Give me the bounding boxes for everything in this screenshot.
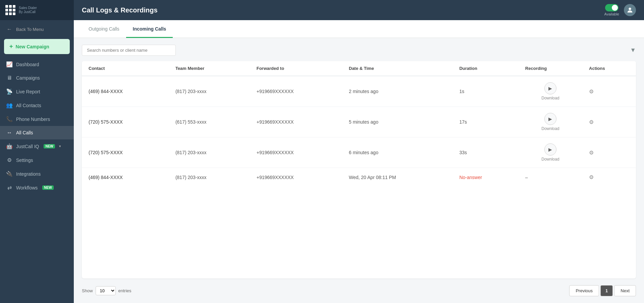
tab-incoming-calls[interactable]: Incoming Calls [126,20,173,38]
download-label: Download [541,157,559,162]
team-member: (617) 553-xxxx [169,107,250,137]
sidebar: Sales Dialer By JustCall ← Back To Menu … [0,0,74,303]
table-row: (469) 844-XXXX (817) 203-xxxx +919669XXX… [82,168,636,187]
show-entries: Show 10 25 50 100 entries [82,286,131,295]
date-time: Wed, 20 Apr 08:11 PM [342,168,452,187]
col-actions: Actions [582,61,636,76]
tab-outgoing-calls[interactable]: Outgoing Calls [82,20,126,38]
actions-gear-icon[interactable]: ⚙ [589,174,594,180]
download-button[interactable]: ▶ Download [525,113,576,131]
current-page: 1 [600,285,613,296]
availability-label: Available [604,12,619,16]
download-label: Download [541,96,559,100]
col-team-member: Team Member [169,61,250,76]
table-area: ▼ Contact Team Member Forwarded to Date … [74,38,644,303]
sidebar-back-to-menu[interactable]: ← Back To Menu [0,23,74,36]
user-avatar[interactable] [624,4,636,16]
forwarded-to: +919669XXXXXX [250,76,342,107]
topbar-right: Available [604,4,636,16]
forwarded-to: +919669XXXXXX [250,107,342,137]
col-forwarded-to: Forwarded to [250,61,342,76]
availability-toggle[interactable]: Available [604,4,619,16]
previous-button[interactable]: Previous [569,285,599,296]
tabs-bar: Outgoing Calls Incoming Calls [74,20,644,38]
content-area: Outgoing Calls Incoming Calls ▼ Contact … [74,20,644,303]
campaigns-icon: 🖥 [6,75,13,81]
sidebar-item-workflows[interactable]: ⇄ Workflows NEW [0,181,74,194]
contact-number: (469) 844-XXXX [89,89,123,94]
show-label: Show [82,288,93,293]
toggle-knob [612,5,618,11]
sidebar-item-campaigns[interactable]: 🖥 Campaigns [0,71,74,85]
table-row: (720) 575-XXXX (617) 553-xxxx +919669XXX… [82,107,636,137]
sidebar-item-phone-numbers[interactable]: 📞 Phone Numbers [0,112,74,126]
play-icon[interactable]: ▶ [544,82,556,94]
sidebar-item-all-contacts[interactable]: 👥 All Contacts [0,98,74,112]
all-calls-icon: ↔ [6,130,13,136]
dashboard-icon: 📈 [6,61,13,68]
duration-no-answer: No-answer [459,175,482,180]
col-recording: Recording [519,61,582,76]
date-time: 2 minutes ago [342,76,452,107]
sidebar-item-justcall-iq[interactable]: 🤖 JustCall IQ NEW ▾ [0,139,74,153]
workflows-icon: ⇄ [6,184,13,191]
sidebar-item-integrations[interactable]: 🔌 Integrations [0,167,74,181]
entries-select[interactable]: 10 25 50 100 [96,286,116,295]
contact-number: (720) 575-XXXX [89,150,123,155]
team-member: (817) 203-xxxx [169,168,250,187]
sidebar-item-live-report[interactable]: 📡 Live Report [0,85,74,98]
sidebar-item-dashboard[interactable]: 📈 Dashboard [0,57,74,71]
plus-icon: + [9,43,13,50]
sidebar-item-settings[interactable]: ⚙ Settings [0,153,74,167]
all-contacts-icon: 👥 [6,102,13,109]
col-duration: Duration [452,61,518,76]
toggle-switch[interactable] [605,4,619,11]
user-icon [626,6,634,14]
table-row: (469) 844-XXXX (817) 203-xxxx +919669XXX… [82,76,636,107]
back-icon: ← [6,26,13,32]
download-button[interactable]: ▶ Download [525,82,576,100]
duration: 1s [452,76,518,107]
download-label: Download [541,126,559,131]
pagination-row: Show 10 25 50 100 entries Previous 1 Nex… [82,284,636,298]
new-campaign-button[interactable]: + New Campaign [4,39,70,54]
col-date-time: Date & Time [342,61,452,76]
col-contact: Contact [82,61,169,76]
duration: 33s [452,137,518,168]
logo-grid [5,5,15,15]
actions-gear-icon[interactable]: ⚙ [589,150,594,156]
chevron-down-icon: ▾ [59,144,61,148]
forwarded-to: +919669XXXXXX [250,168,342,187]
play-icon[interactable]: ▶ [544,113,556,125]
sidebar-nav: ← Back To Menu + New Campaign 📈 Dashboar… [0,20,74,303]
download-button[interactable]: ▶ Download [525,143,576,162]
page-title: Call Logs & Recordings [82,6,158,14]
play-icon[interactable]: ▶ [544,143,556,156]
entries-label: entries [118,288,131,293]
next-button[interactable]: Next [614,285,636,296]
actions-gear-icon[interactable]: ⚙ [589,119,594,125]
search-row: ▼ [82,45,636,56]
duration: 17s [452,107,518,137]
recording-placeholder: – [519,168,582,187]
sidebar-header: Sales Dialer By JustCall [0,0,74,20]
new-badge-iq: NEW [44,144,55,148]
pagination-buttons: Previous 1 Next [569,285,636,296]
date-time: 6 minutes ago [342,137,452,168]
filter-icon[interactable]: ▼ [630,47,636,54]
topbar: Call Logs & Recordings Available [74,0,644,20]
team-member: (817) 203-xxxx [169,76,250,107]
settings-icon: ⚙ [6,157,13,163]
integrations-icon: 🔌 [6,171,13,177]
main-panel: Call Logs & Recordings Available Outgoin… [74,0,644,303]
team-member: (817) 203-xxxx [169,137,250,168]
date-time: 5 minutes ago [342,107,452,137]
phone-numbers-icon: 📞 [6,116,13,122]
live-report-icon: 📡 [6,88,13,95]
forwarded-to: +919669XXXXXX [250,137,342,168]
actions-gear-icon[interactable]: ⚙ [589,89,594,94]
search-input[interactable] [82,45,176,56]
svg-point-0 [629,8,631,10]
sidebar-item-all-calls[interactable]: ↔ All Calls [0,126,74,139]
table-row: (720) 575-XXXX (817) 203-xxxx +919669XXX… [82,137,636,168]
